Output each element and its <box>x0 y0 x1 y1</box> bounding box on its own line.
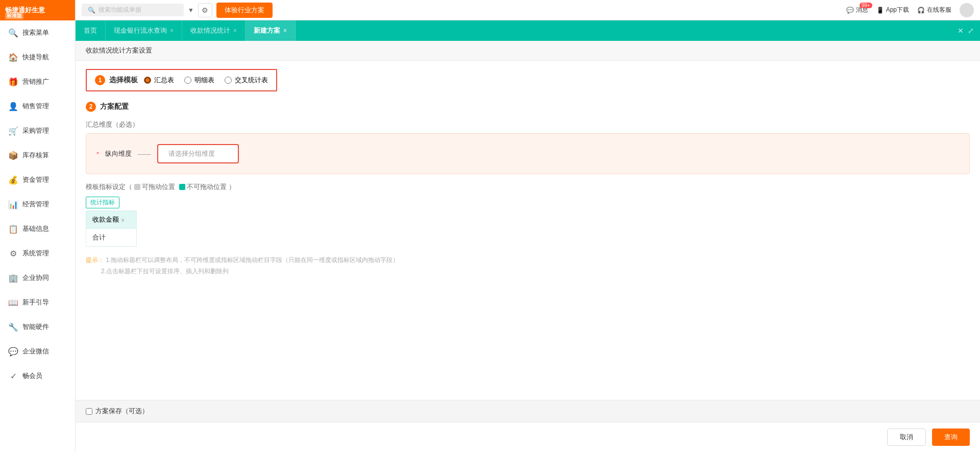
search-icon: 🔍 <box>88 7 95 14</box>
tip1-text: 1.拖动标题栏可以调整布局，不可跨维度或指标区域拖动栏目字段（只能在同一维度或指… <box>106 256 399 264</box>
tab-bank-flow[interactable]: 现金银行流水查询 × <box>106 20 182 41</box>
metrics-title-area: 模板指标设定（ 可拖动位置 不可拖动位置 ） <box>86 182 970 192</box>
page-footer: 方案保存（可选） <box>76 400 980 422</box>
metrics-header-text: 收款金额 <box>92 215 119 224</box>
cart-icon: 🛒 <box>8 126 18 136</box>
sidebar-item-guide[interactable]: 📖 新手引导 <box>0 290 75 315</box>
sidebar-item-purchase[interactable]: 🛒 采购管理 <box>0 118 75 143</box>
save-checkbox-label[interactable]: 方案保存（可选） <box>86 407 149 416</box>
dimension-row: * 纵向维度 —— 请选择分组维度 <box>96 144 959 163</box>
radio-crosstab-input[interactable] <box>225 77 232 84</box>
sidebar-item-label: 系统管理 <box>22 249 49 258</box>
tab-new-plan-label: 新建方案 <box>254 26 280 35</box>
user-icon: 👤 <box>8 101 18 111</box>
sidebar-item-label: 畅会员 <box>22 371 42 380</box>
metrics-body-row: 合计 <box>86 229 137 247</box>
dimension-select[interactable]: 请选择分组维度 <box>157 144 239 163</box>
dimension-placeholder: 请选择分组维度 <box>168 150 215 157</box>
notification-badge: 99+ <box>860 3 872 8</box>
metrics-section: 模板指标设定（ 可拖动位置 不可拖动位置 ） <box>86 182 970 247</box>
topbar-dropdown[interactable]: ▼ <box>188 7 194 14</box>
metrics-header-row: 收款金额 ∨ <box>86 210 137 229</box>
draggable-indicator: 可拖动位置 <box>134 182 175 192</box>
sidebar-item-search-menu[interactable]: 🔍 搜索菜单 <box>0 20 75 45</box>
template-radio-group: 汇总表 明细表 交叉统计表 <box>144 76 268 85</box>
home-icon: 🏠 <box>8 52 18 62</box>
sidebar-item-label: 采购管理 <box>22 126 49 135</box>
tab-collection-stats-close[interactable]: × <box>233 27 237 34</box>
sidebar-item-marketing[interactable]: 🎁 营销推广 <box>0 69 75 94</box>
cancel-button[interactable]: 取消 <box>887 429 926 446</box>
section2-header: 2 方案配置 <box>86 102 970 112</box>
book-icon: 📖 <box>8 297 18 307</box>
sidebar-item-system[interactable]: ⚙ 系统管理 <box>0 241 75 266</box>
gear-icon: ⚙ <box>8 248 18 258</box>
sidebar-item-management[interactable]: 📊 经营管理 <box>0 192 75 217</box>
sidebar-item-hardware[interactable]: 🔧 智能硬件 <box>0 315 75 339</box>
non-draggable-icon <box>179 184 185 190</box>
tab-new-plan-close[interactable]: × <box>283 27 287 34</box>
industry-button[interactable]: 体验行业方案 <box>216 3 273 18</box>
logo-edition: 标准版 <box>5 12 23 19</box>
tab-collection-stats[interactable]: 收款情况统计 × <box>182 20 246 41</box>
save-label-text: 方案保存（可选） <box>95 407 149 416</box>
metrics-category-label: 统计指标 <box>86 197 119 208</box>
radio-detail-label: 明细表 <box>194 76 214 85</box>
page-body: 收款情况统计方案设置 1 选择模板 汇总表 <box>76 41 980 400</box>
search-bar[interactable]: 🔍 搜索功能或单据 <box>82 4 184 16</box>
tip2-text: 2.点击标题栏下拉可设置排序、插入列和删除列 <box>101 268 229 275</box>
money-icon: 💰 <box>8 175 18 185</box>
sidebar-item-label: 搜索菜单 <box>22 28 49 37</box>
sidebar-item-sales[interactable]: 👤 销售管理 <box>0 94 75 118</box>
radio-crosstab[interactable]: 交叉统计表 <box>225 76 268 85</box>
radio-detail[interactable]: 明细表 <box>184 76 214 85</box>
sidebar-item-quick-nav[interactable]: 🏠 快捷导航 <box>0 45 75 69</box>
radio-summary-input[interactable] <box>144 77 151 84</box>
sidebar-item-basic-info[interactable]: 📋 基础信息 <box>0 217 75 241</box>
tips-area: 提示： 1.拖动标题栏可以调整布局，不可跨维度或指标区域拖动栏目字段（只能在同一… <box>86 255 970 277</box>
query-button[interactable]: 查询 <box>932 429 970 446</box>
close-all-icon[interactable]: ✕ <box>958 27 964 35</box>
headset-icon: 🎧 <box>917 7 925 14</box>
sidebar-item-label: 营销推广 <box>22 77 49 86</box>
sidebar-item-wechat[interactable]: 💬 企业微信 <box>0 339 75 364</box>
settings-button[interactable]: ⚙ <box>198 3 212 17</box>
chart-icon: 📊 <box>8 199 18 209</box>
metrics-header-cell[interactable]: 收款金额 ∨ <box>86 210 137 229</box>
sidebar-item-finance[interactable]: 💰 资金管理 <box>0 168 75 192</box>
breadcrumb: 收款情况统计方案设置 <box>76 41 980 61</box>
tab-bank-flow-close[interactable]: × <box>170 27 174 34</box>
topbar-left: 🔍 搜索功能或单据 ▼ ⚙ 体验行业方案 <box>82 3 273 18</box>
save-checkbox[interactable] <box>86 408 92 415</box>
gear-icon: ⚙ <box>202 6 208 14</box>
sidebar-item-inventory[interactable]: 📦 库存核算 <box>0 143 75 168</box>
user-avatar[interactable] <box>960 3 974 17</box>
sidebar-item-enterprise[interactable]: 🏢 企业协同 <box>0 266 75 290</box>
expand-icon[interactable]: ⤢ <box>968 27 974 35</box>
sidebar-item-label: 企业微信 <box>22 347 49 356</box>
tab-bank-flow-label: 现金银行流水查询 <box>114 26 167 35</box>
draggable-label: 可拖动位置 <box>142 182 175 192</box>
sidebar-item-label: 经营管理 <box>22 200 49 209</box>
notification-item[interactable]: 💬 消息 99+ <box>846 6 868 14</box>
draggable-icon <box>134 184 140 190</box>
radio-detail-input[interactable] <box>184 77 191 84</box>
section1-num: 1 <box>95 75 105 85</box>
section1: 1 选择模板 汇总表 明细表 <box>86 69 970 91</box>
sidebar-item-member[interactable]: ✓ 畅会员 <box>0 364 75 388</box>
app-download-item[interactable]: 📱 App下载 <box>876 6 909 14</box>
clipboard-icon: 📋 <box>8 224 18 234</box>
tab-new-plan[interactable]: 新建方案 × <box>246 20 296 41</box>
online-service-label: 在线客服 <box>927 6 951 14</box>
radio-summary[interactable]: 汇总表 <box>144 76 174 85</box>
non-draggable-indicator: 不可拖动位置 <box>179 182 227 192</box>
phone-icon: 📱 <box>876 7 884 14</box>
radio-summary-label: 汇总表 <box>154 76 174 85</box>
online-service-item[interactable]: 🎧 在线客服 <box>917 6 951 14</box>
sidebar-item-label: 企业协同 <box>22 273 49 282</box>
dimension-label: 汇总维度（必选） <box>86 121 139 128</box>
sidebar-item-label: 资金管理 <box>22 175 49 184</box>
bottom-bar: 取消 查询 <box>76 422 980 452</box>
tab-home[interactable]: 首页 <box>76 20 106 41</box>
tab-collection-stats-label: 收款情况统计 <box>190 26 230 35</box>
